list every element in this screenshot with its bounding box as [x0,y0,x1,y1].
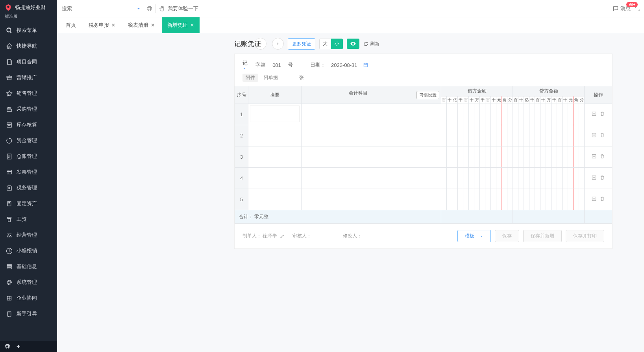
amount-digit-cell[interactable] [496,125,502,146]
amount-digit-cell[interactable] [574,125,579,146]
amount-digit-cell[interactable] [496,168,502,189]
amount-digit-cell[interactable] [551,168,557,189]
sound-icon[interactable] [16,343,22,350]
amount-digit-cell[interactable] [579,104,585,125]
amount-digit-cell[interactable] [568,168,574,189]
amount-digit-cell[interactable] [574,168,579,189]
amount-digit-cell[interactable] [524,189,529,210]
sidebar-item[interactable]: 资金管理 [0,133,57,148]
amount-digit-cell[interactable] [502,189,507,210]
add-row-icon[interactable] [590,175,598,180]
amount-digit-cell[interactable] [568,189,574,210]
amount-digit-cell[interactable] [480,189,485,210]
voucher-prefix-select[interactable]: 记 [242,59,250,70]
sidebar-item[interactable]: 快捷导航 [0,38,57,54]
amount-digit-cell[interactable] [574,146,579,168]
amount-digit-cell[interactable] [529,125,535,146]
close-icon[interactable]: ✕ [151,22,155,28]
tab[interactable]: 税表清册✕ [122,17,160,33]
amount-digit-cell[interactable] [441,168,447,189]
summary-input[interactable] [250,127,300,143]
amount-digit-cell[interactable] [463,104,469,125]
amount-digit-cell[interactable] [447,168,452,189]
amount-digit-cell[interactable] [491,104,496,125]
add-row-icon[interactable] [590,154,598,159]
size-small-button[interactable]: 小 [331,39,343,49]
amount-digit-cell[interactable] [579,189,585,210]
amount-digit-cell[interactable] [563,125,568,146]
refresh-button[interactable]: 刷新 [363,41,379,47]
amount-digit-cell[interactable] [524,168,529,189]
amount-digit-cell[interactable] [458,168,463,189]
amount-digit-cell[interactable] [546,189,551,210]
settings-icon[interactable] [146,6,152,12]
amount-digit-cell[interactable] [447,146,452,168]
amount-digit-cell[interactable] [563,146,568,168]
amount-digit-cell[interactable] [529,146,535,168]
amount-digit-cell[interactable] [491,146,496,168]
search-input[interactable] [62,6,136,11]
amount-digit-cell[interactable] [463,168,469,189]
close-icon[interactable]: ✕ [190,22,194,28]
close-icon[interactable]: ✕ [111,22,115,28]
amount-digit-cell[interactable] [540,189,546,210]
amount-digit-cell[interactable] [535,168,540,189]
summary-input[interactable] [250,169,300,186]
sidebar-item[interactable]: 项目合同 [0,54,57,70]
sidebar-item[interactable]: 发票管理 [0,164,57,180]
amount-digit-cell[interactable] [546,104,551,125]
more-voucher-button[interactable]: 更多凭证 [288,38,315,50]
amount-digit-cell[interactable] [513,146,518,168]
amount-digit-cell[interactable] [496,146,502,168]
amount-digit-cell[interactable] [540,168,546,189]
amount-digit-cell[interactable] [518,104,524,125]
summary-cell[interactable] [248,146,302,168]
amount-digit-cell[interactable] [474,125,480,146]
amount-digit-cell[interactable] [458,189,463,210]
amount-digit-cell[interactable] [524,146,529,168]
amount-digit-cell[interactable] [474,189,480,210]
amount-digit-cell[interactable] [513,168,518,189]
messages-button[interactable]: 消息 99+ [613,5,631,12]
amount-digit-cell[interactable] [441,125,447,146]
amount-digit-cell[interactable] [524,104,529,125]
amount-digit-cell[interactable] [563,104,568,125]
amount-digit-cell[interactable] [551,125,557,146]
amount-digit-cell[interactable] [480,168,485,189]
sidebar-item[interactable]: 系统管理 [0,274,57,290]
sidebar-item[interactable]: 新手引导 [0,306,57,322]
attachment-button[interactable]: 附件 [242,74,258,82]
try-experience-link[interactable]: 我要体验一下 [159,5,198,12]
amount-digit-cell[interactable] [540,125,546,146]
summary-input[interactable] [250,106,300,122]
amount-digit-cell[interactable] [529,189,535,210]
amount-digit-cell[interactable] [557,146,563,168]
amount-digit-cell[interactable] [458,104,463,125]
amount-digit-cell[interactable] [502,168,507,189]
amount-digit-cell[interactable] [502,125,507,146]
amount-digit-cell[interactable] [535,189,540,210]
amount-digit-cell[interactable] [441,189,447,210]
sidebar-item[interactable]: 税务管理 [0,180,57,196]
sidebar-item[interactable]: 搜索菜单 [0,22,57,38]
delete-row-icon[interactable] [599,196,606,202]
amount-digit-cell[interactable] [441,146,447,168]
amount-digit-cell[interactable] [469,104,474,125]
amount-digit-cell[interactable] [458,125,463,146]
amount-digit-cell[interactable] [507,146,513,168]
amount-digit-cell[interactable] [469,189,474,210]
amount-digit-cell[interactable] [535,104,540,125]
amount-digit-cell[interactable] [557,104,563,125]
amount-digit-cell[interactable] [485,189,491,210]
amount-digit-cell[interactable] [557,189,563,210]
amount-digit-cell[interactable] [474,168,480,189]
amount-digit-cell[interactable] [563,168,568,189]
amount-digit-cell[interactable] [441,104,447,125]
amount-digit-cell[interactable] [447,104,452,125]
amount-digit-cell[interactable] [579,125,585,146]
amount-digit-cell[interactable] [518,168,524,189]
amount-digit-cell[interactable] [557,168,563,189]
amount-digit-cell[interactable] [447,189,452,210]
amount-digit-cell[interactable] [540,146,546,168]
amount-digit-cell[interactable] [491,168,496,189]
